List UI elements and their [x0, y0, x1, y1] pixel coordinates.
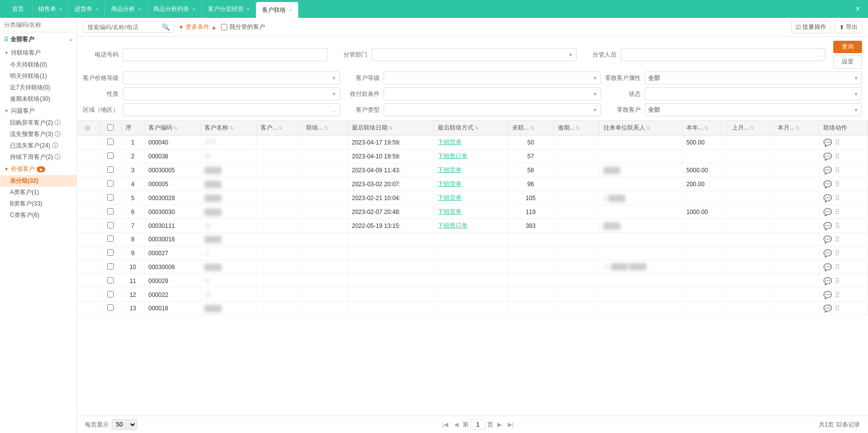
gear-icon[interactable]: ⚙ [84, 124, 91, 132]
phone-input[interactable] [123, 48, 328, 61]
status-select[interactable]: ▼ [645, 87, 862, 100]
th-overdue[interactable]: 逾期...⇅ [553, 121, 599, 136]
close-customer-contact-icon[interactable]: × [289, 7, 292, 13]
row-checkbox-6[interactable] [107, 222, 114, 228]
zero-attr-select[interactable]: 全部 ▼ [645, 72, 862, 84]
tab-home[interactable]: 首页 [4, 0, 32, 18]
sidebar-item-churn-risk[interactable]: 流失预警客户(3) ⓘ [0, 129, 76, 140]
grid-action-icon-3[interactable]: ⠿ [835, 180, 840, 188]
grid-action-icon-1[interactable]: ⠿ [835, 152, 840, 160]
th-no-contact[interactable]: 未联...⇅ [508, 121, 553, 136]
th-customer-type[interactable]: 客户...⇅ [257, 121, 302, 136]
chat-icon-8[interactable]: 💬 [823, 249, 832, 257]
nature-select[interactable]: ▼ [123, 87, 340, 100]
next-page-button[interactable]: ▶ [495, 420, 504, 429]
grid-action-icon-2[interactable]: ⠿ [835, 166, 840, 174]
row-checkbox-0[interactable] [107, 139, 114, 145]
chat-icon-10[interactable]: 💬 [823, 277, 832, 285]
sidebar-collapse-icon[interactable]: « [69, 37, 72, 43]
more-conditions-button[interactable]: ▼ 更多条件 ▲ [178, 23, 217, 31]
my-customers-checkbox[interactable]: 我分管的客户 [221, 23, 265, 31]
row-checkbox-3[interactable] [107, 180, 114, 187]
grid-action-icon-11[interactable]: ⠿ [835, 291, 840, 299]
sidebar-item-a-class[interactable]: A类客户(1) [0, 187, 76, 198]
sidebar-item-declining[interactable]: 持续下滑客户(2) ⓘ [0, 151, 76, 163]
bulk-action-button[interactable]: ☑ 批量操作 [791, 21, 831, 33]
sidebar-item-week[interactable]: 近7天待联络(0) [0, 82, 76, 93]
th-this-month[interactable]: 本月...⇅ [773, 121, 819, 136]
tab-sales[interactable]: 销售单 × [32, 0, 68, 18]
sidebar-item-abnormal[interactable]: 回购异常客户(2) ⓘ [0, 117, 76, 129]
tab-purchase[interactable]: 进货单 × [68, 0, 105, 18]
sidebar-group-pending[interactable]: ▼ 待联络客户 [0, 47, 76, 59]
chat-icon-5[interactable]: 💬 [823, 208, 832, 216]
dept-select[interactable]: ▼ [371, 48, 576, 61]
reset-button[interactable]: 设置 [833, 55, 862, 69]
chat-icon-6[interactable]: 💬 [823, 222, 832, 230]
tab-analysis-list[interactable]: 商品分析列表 × [147, 0, 201, 18]
lcw-link-1[interactable]: 下销售订单 [438, 152, 467, 159]
chat-icon-2[interactable]: 💬 [823, 166, 832, 174]
manager-select[interactable]: … [620, 48, 825, 61]
tab-customer-seg[interactable]: 客户分层经营 × [202, 0, 256, 18]
row-checkbox-1[interactable] [107, 152, 114, 159]
price-level-select[interactable]: ▼ [123, 72, 340, 84]
th-last-contact-date[interactable]: 最后联络日期⇅ [347, 121, 434, 136]
row-checkbox-11[interactable] [107, 291, 114, 297]
region-select[interactable]: … [123, 103, 340, 116]
chat-icon-11[interactable]: 💬 [823, 291, 832, 299]
cust-type-select[interactable]: ▼ [384, 103, 601, 116]
sidebar-item-ungraded[interactable]: 未分组(32) [0, 175, 76, 187]
sidebar-group-value[interactable]: ▼ 价值客户 ● [0, 163, 76, 175]
close-customer-seg-icon[interactable]: × [247, 6, 250, 12]
sidebar-item-tomorrow[interactable]: 明天待联络(1) [0, 71, 76, 82]
chat-icon-4[interactable]: 💬 [823, 194, 832, 202]
tab-customer-contact[interactable]: 客户联络 × [256, 2, 298, 18]
row-checkbox-2[interactable] [107, 166, 114, 173]
row-checkbox-7[interactable] [107, 235, 114, 242]
sidebar-group-problem[interactable]: ▼ 问题客户 [0, 105, 76, 117]
first-page-button[interactable]: |◀ [440, 420, 450, 429]
th-last-contact-way[interactable]: 最后联络方式⇅ [434, 121, 508, 136]
lcw-link-6[interactable]: 下销售订单 [438, 222, 467, 229]
th-partner-contact[interactable]: 往来单位联系人⇅ [599, 121, 682, 136]
th-this-year[interactable]: 本年...⇅ [682, 121, 728, 136]
sidebar-item-overdue[interactable]: 逾期未联络(30) [0, 93, 76, 105]
row-checkbox-10[interactable] [107, 277, 114, 284]
grid-action-icon-7[interactable]: ⠿ [835, 235, 840, 243]
sidebar-item-lost[interactable]: 已流失客户(24) ⓘ [0, 140, 76, 151]
row-checkbox-5[interactable] [107, 208, 114, 215]
th-code[interactable]: 客户编码⇅ [144, 121, 200, 136]
row-checkbox-8[interactable] [107, 249, 114, 256]
page-input[interactable] [470, 420, 485, 430]
grid-action-icon-9[interactable]: ⠿ [835, 263, 840, 271]
close-analysis-list-icon[interactable]: × [192, 6, 195, 12]
lcw-link-3[interactable]: 下销货单 [438, 180, 462, 187]
close-analysis-icon[interactable]: × [138, 6, 141, 12]
zero-cust-select[interactable]: 全部 ▼ [645, 103, 862, 116]
filter-search-input[interactable] [87, 24, 162, 31]
lcw-link-4[interactable]: 下销货单 [438, 194, 462, 201]
chat-icon-3[interactable]: 💬 [823, 180, 832, 188]
sidebar-item-today[interactable]: 今天待联络(0) [0, 59, 76, 71]
prev-page-button[interactable]: ◀ [452, 420, 461, 429]
th-last-month[interactable]: 上月...⇅ [728, 121, 773, 136]
grid-action-icon-0[interactable]: ⠿ [835, 139, 840, 146]
grid-action-icon-5[interactable]: ⠿ [835, 208, 840, 216]
lcw-link-5[interactable]: 下销货单 [438, 208, 462, 215]
query-button[interactable]: 查询 [833, 41, 862, 53]
all-customers-header[interactable]: ⠿ 全部客户 « [0, 32, 76, 47]
row-checkbox-12[interactable] [107, 304, 114, 311]
export-button[interactable]: ⬆ 导出 [835, 21, 862, 33]
chat-icon-12[interactable]: 💬 [823, 304, 832, 312]
grid-action-icon-12[interactable]: ⠿ [835, 304, 840, 312]
my-customers-check[interactable] [221, 24, 227, 30]
sidebar-item-c-class[interactable]: C类客户(6) [0, 210, 76, 221]
grid-action-icon-4[interactable]: ⠿ [835, 194, 840, 202]
select-all-checkbox[interactable] [107, 124, 114, 131]
sidebar-item-b-class[interactable]: B类客户(33) [0, 198, 76, 210]
chat-icon-0[interactable]: 💬 [823, 139, 832, 146]
lcw-link-0[interactable]: 下销货单 [438, 139, 462, 145]
close-purchase-icon[interactable]: × [95, 6, 98, 12]
cust-level-select[interactable]: ▼ [384, 72, 601, 84]
